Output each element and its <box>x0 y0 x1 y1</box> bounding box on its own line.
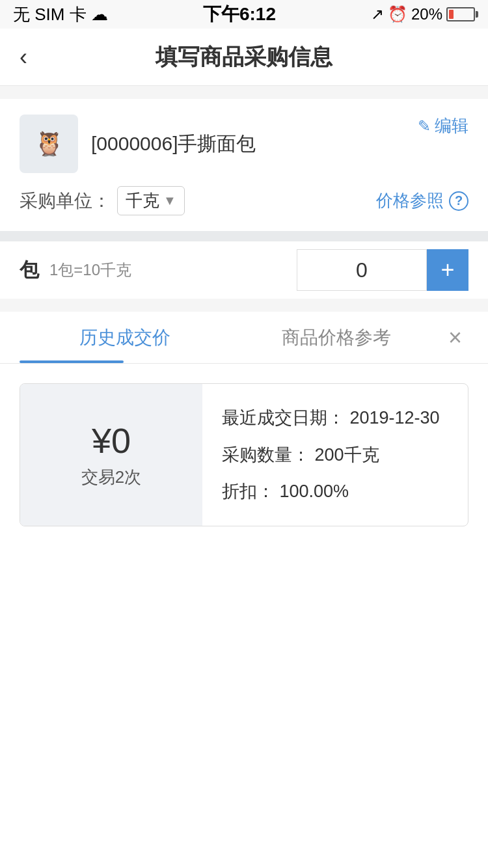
battery-fill <box>449 10 454 19</box>
tab-price-ref[interactable]: 商品价格参考 <box>230 312 441 364</box>
no-sim-label: 无 SIM 卡 ☁ <box>13 3 108 26</box>
discount-label: 折扣： <box>222 481 275 501</box>
unit-conversion: 1包=10千克 <box>49 260 131 280</box>
recent-date-value: 2019-12-30 <box>350 408 440 427</box>
status-time: 下午6:12 <box>203 2 276 27</box>
trade-count: 交易2次 <box>81 466 141 489</box>
edit-button[interactable]: ✎ 编辑 <box>418 115 468 137</box>
status-bar: 无 SIM 卡 ☁ 下午6:12 ↗ ⏰ 20% <box>0 0 488 29</box>
help-icon: ? <box>449 191 468 211</box>
status-right: ↗ ⏰ 20% <box>371 5 475 23</box>
product-name: [0000006]手撕面包 <box>91 131 256 157</box>
recent-date-label: 最近成交日期： <box>222 408 345 427</box>
price-card-right: 最近成交日期： 2019-12-30 采购数量： 200千克 折扣： 100.0… <box>202 384 468 526</box>
product-unit-row: 采购单位： 千克 ▼ 价格参照 ? <box>20 186 468 215</box>
close-tab-button[interactable]: × <box>442 318 468 358</box>
unit-info: 包 1包=10千克 <box>20 257 131 284</box>
purchase-qty-value: 200千克 <box>315 445 379 465</box>
price-card: ¥0 交易2次 最近成交日期： 2019-12-30 采购数量： 200千克 折… <box>20 383 468 526</box>
plus-button[interactable]: + <box>427 249 468 291</box>
battery-icon <box>446 7 475 21</box>
page-title: 填写商品采购信息 <box>156 42 332 72</box>
unit-value: 千克 <box>126 189 159 212</box>
quantity-row: 包 1包=10千克 + <box>0 241 488 299</box>
nav-bar: ‹ 填写商品采购信息 <box>0 29 488 86</box>
location-icon: ↗ <box>371 5 384 23</box>
edit-icon: ✎ <box>418 117 431 135</box>
back-button[interactable]: ‹ <box>20 37 34 77</box>
price-ref-label: 价格参照 <box>376 189 444 212</box>
price-card-left: ¥0 交易2次 <box>20 384 202 526</box>
unit-badge: 包 <box>20 257 39 284</box>
history-content: ¥0 交易2次 最近成交日期： 2019-12-30 采购数量： 200千克 折… <box>0 364 488 546</box>
alarm-icon: ⏰ <box>388 5 407 23</box>
section-divider <box>0 231 488 241</box>
discount-row: 折扣： 100.00% <box>222 478 448 505</box>
battery-percent: 20% <box>411 5 442 23</box>
status-left: 无 SIM 卡 ☁ <box>13 3 108 26</box>
recent-date-row: 最近成交日期： 2019-12-30 <box>222 405 448 431</box>
quantity-control: + <box>297 249 468 291</box>
tab-underline <box>20 360 124 363</box>
purchase-qty-label: 采购数量： <box>222 445 310 465</box>
unit-section: 采购单位： 千克 ▼ <box>20 186 185 215</box>
product-card: 🦉 [0000006]手撕面包 ✎ 编辑 采购单位： 千克 ▼ 价格参照 ? <box>0 99 488 231</box>
product-left: 🦉 [0000006]手撕面包 <box>20 115 256 173</box>
empty-content-area <box>0 546 488 869</box>
tab-bar: 历史成交价 商品价格参考 × <box>0 312 488 364</box>
edit-label: 编辑 <box>435 115 468 137</box>
product-header: 🦉 [0000006]手撕面包 ✎ 编辑 <box>20 115 468 173</box>
unit-select-arrow-icon: ▼ <box>163 193 176 208</box>
tab-history-price[interactable]: 历史成交价 <box>20 312 230 364</box>
discount-value: 100.00% <box>280 481 349 501</box>
price-amount: ¥0 <box>92 420 131 461</box>
unit-select[interactable]: 千克 ▼ <box>117 186 185 215</box>
product-thumbnail: 🦉 <box>20 115 78 173</box>
tab-section: 历史成交价 商品价格参考 × ¥0 交易2次 最近成交日期： 2019-12-3… <box>0 312 488 546</box>
product-logo-icon: 🦉 <box>34 130 64 157</box>
quantity-input[interactable] <box>297 249 427 291</box>
purchase-qty-row: 采购数量： 200千克 <box>222 442 448 468</box>
unit-label: 采购单位： <box>20 189 111 213</box>
price-ref-button[interactable]: 价格参照 ? <box>376 189 468 212</box>
